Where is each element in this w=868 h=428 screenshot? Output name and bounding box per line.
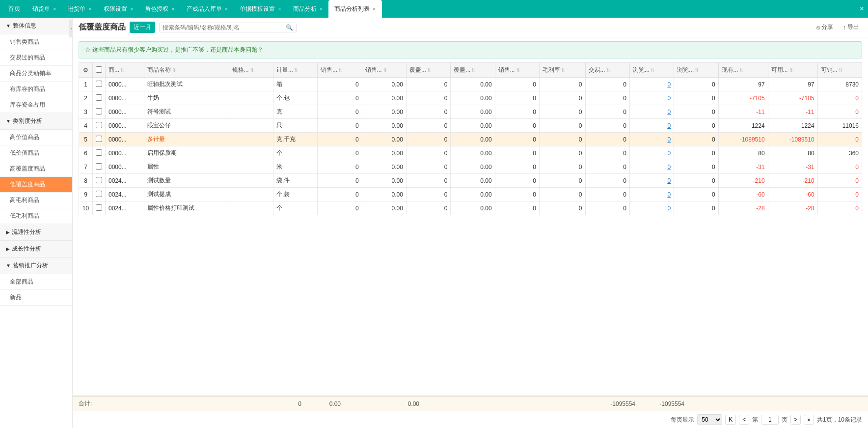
sidebar-item-low-value[interactable]: 低价值商品 [0, 145, 72, 161]
nav-purchase[interactable]: 进货单 × [62, 0, 97, 18]
row-checkbox[interactable] [93, 119, 106, 133]
row-browse1[interactable]: 0 [629, 188, 674, 201]
row-unit: 个 [273, 201, 317, 215]
nav-sales[interactable]: 销货单 × [27, 0, 62, 18]
row-browse1[interactable]: 0 [629, 201, 674, 215]
row-browse1[interactable]: 0 [629, 91, 674, 105]
sidebar-section-category[interactable]: ▼ 类别度分析 [0, 113, 72, 130]
row-checkbox[interactable] [93, 133, 106, 146]
nav-role-close[interactable]: × [171, 6, 174, 12]
row-sales-qty: 0 [318, 105, 362, 119]
row-checkbox[interactable] [93, 188, 106, 201]
row-code: 0024... [106, 174, 144, 188]
nav-permission-close[interactable]: × [130, 6, 133, 12]
row-browse1[interactable]: 0 [629, 119, 674, 133]
sidebar-item-new-goods[interactable]: 新品 [0, 290, 72, 306]
nav-analysis-list[interactable]: 商品分析列表 × [328, 0, 381, 18]
sidebar-item-sales-goods[interactable]: 销售类商品 [0, 34, 72, 50]
row-checkbox[interactable] [93, 174, 106, 188]
row-browse1[interactable]: 0 [629, 174, 674, 188]
nav-product-inbound[interactable]: 产成品入库单 × [181, 0, 234, 18]
sidebar-item-all-goods[interactable]: 全部商品 [0, 274, 72, 290]
per-page-select[interactable]: 50 100 200 [697, 414, 722, 425]
row-checkbox[interactable] [93, 146, 106, 160]
nav-permission[interactable]: 权限设置 × [98, 0, 139, 18]
th-trade[interactable]: 交易...⇅ [585, 63, 629, 78]
sidebar-item-high-coverage[interactable]: 高覆盖度商品 [0, 161, 72, 177]
sidebar-item-category-rate[interactable]: 商品分类动销率 [0, 66, 72, 82]
total-records: 共1页，10条记录 [817, 416, 862, 424]
last-page-btn[interactable]: » [804, 415, 814, 425]
th-sales-qty[interactable]: 销售...⇅ [318, 63, 362, 78]
filter-period-btn[interactable]: 近一月 [130, 22, 155, 33]
sidebar-section-overall[interactable]: ▼ 整体信息 [0, 18, 72, 34]
nav-analysis[interactable]: 商品分析 × [287, 0, 328, 18]
th-sales-amt[interactable]: 销售...⇅ [362, 63, 406, 78]
share-btn[interactable]: ⎋ 分享 [814, 22, 836, 33]
th-margin[interactable]: 毛利率⇅ [540, 63, 586, 78]
nav-analysis-close[interactable]: × [320, 6, 323, 12]
sidebar-collapse-btn[interactable]: « [69, 20, 73, 37]
chevron-down-icon-3: ▼ [6, 263, 11, 268]
nav-role[interactable]: 角色授权 × [139, 0, 180, 18]
sidebar-item-low-coverage[interactable]: 低覆盖度商品 [0, 177, 72, 193]
export-btn[interactable]: ↑ 导出 [840, 22, 862, 33]
row-browse1[interactable]: 0 [629, 146, 674, 160]
nav-template[interactable]: 单据模板设置 × [234, 0, 287, 18]
nav-close-all[interactable]: × [860, 4, 864, 13]
nav-template-close[interactable]: × [278, 6, 281, 12]
nav-purchase-close[interactable]: × [88, 6, 91, 12]
search-icon[interactable]: 🔍 [286, 24, 293, 31]
th-name[interactable]: 商品名称⇅ [144, 63, 229, 78]
row-checkbox[interactable] [93, 91, 106, 105]
first-page-btn[interactable]: K [725, 415, 736, 425]
sidebar-item-stocked-goods[interactable]: 有库存的商品 [0, 82, 72, 97]
th-unit[interactable]: 计量...⇅ [273, 63, 317, 78]
table-row: 90024...测试提成个,袋00.0000.0000000-60-600 [79, 188, 862, 201]
th-browse1[interactable]: 浏览...⇅ [629, 63, 674, 78]
nav-product-inbound-close[interactable]: × [225, 6, 228, 12]
row-sales-amt: 0.00 [362, 201, 406, 215]
sidebar-section-flow[interactable]: ▶ 流通性分析 [0, 224, 72, 241]
row-browse1[interactable]: 0 [629, 105, 674, 119]
sidebar-item-high-value[interactable]: 高价值商品 [0, 130, 72, 145]
row-checkbox[interactable] [93, 105, 106, 119]
footer-data: 0 0.00 0.00 -1095554 -1095554 [108, 400, 862, 407]
th-stock-current[interactable]: 现有...⇅ [718, 63, 768, 78]
row-browse1[interactable]: 0 [629, 160, 674, 174]
row-margin: 0 [540, 188, 586, 201]
th-sales3[interactable]: 销售...⇅ [495, 63, 539, 78]
row-checkbox[interactable] [93, 201, 106, 215]
select-all-checkbox[interactable] [96, 66, 102, 73]
th-checkbox[interactable] [93, 63, 106, 78]
nav-sales-close[interactable]: × [53, 6, 56, 12]
nav-analysis-list-close[interactable]: × [373, 6, 376, 12]
row-checkbox[interactable] [93, 160, 106, 174]
th-code[interactable]: 商...⇅ [106, 63, 144, 78]
sidebar-item-low-margin[interactable]: 低毛利商品 [0, 208, 72, 224]
row-browse2: 0 [674, 91, 718, 105]
sidebar-section-category-items: 高价值商品 低价值商品 高覆盖度商品 低覆盖度商品 高毛利商品 低毛利商品 [0, 130, 72, 224]
th-gear[interactable]: ⚙ [79, 63, 93, 78]
search-input[interactable] [163, 24, 284, 31]
page-number-input[interactable] [761, 415, 779, 425]
th-stock-available[interactable]: 可用...⇅ [768, 63, 817, 78]
th-stock-saleable[interactable]: 可销...⇅ [817, 63, 862, 78]
sidebar-section-marketing[interactable]: ▼ 营销推广分析 [0, 257, 72, 274]
row-browse1[interactable]: 0 [629, 133, 674, 146]
th-browse2[interactable]: 浏览...⇅ [674, 63, 718, 78]
th-coverage1[interactable]: 覆盖...⇅ [406, 63, 450, 78]
row-browse1[interactable]: 0 [629, 78, 674, 91]
row-coverage1: 0 [406, 174, 450, 188]
th-coverage2[interactable]: 覆盖...⇅ [451, 63, 495, 78]
sidebar-item-high-margin[interactable]: 高毛利商品 [0, 193, 72, 208]
nav-home[interactable]: 首页 [2, 0, 27, 18]
next-page-btn[interactable]: > [790, 415, 801, 425]
th-spec[interactable]: 规格...⇅ [229, 63, 273, 78]
sidebar-item-traded-goods[interactable]: 交易过的商品 [0, 50, 72, 66]
row-checkbox[interactable] [93, 78, 106, 91]
page-suffix: 页 [782, 416, 787, 424]
prev-page-btn[interactable]: < [739, 415, 749, 425]
sidebar-section-growth[interactable]: ▶ 成长性分析 [0, 241, 72, 257]
sidebar-item-stock-capital[interactable]: 库存资金占用 [0, 97, 72, 113]
